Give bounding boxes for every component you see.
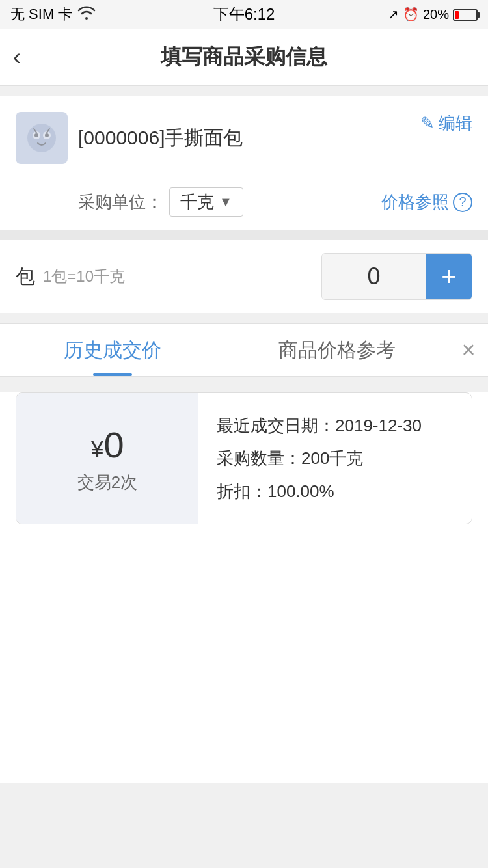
price-reference-button[interactable]: 价格参照 ? bbox=[381, 191, 472, 213]
discount-value: 100.00% bbox=[267, 481, 334, 501]
edit-label: 编辑 bbox=[439, 112, 472, 135]
svg-point-0 bbox=[27, 124, 56, 152]
trade-count: 交易2次 bbox=[77, 471, 137, 494]
status-carrier: 无 SIM 卡 bbox=[10, 5, 96, 24]
edit-icon: ✎ bbox=[420, 113, 435, 133]
divider-bar bbox=[0, 230, 488, 240]
battery-percent: 20% bbox=[423, 7, 449, 22]
quantity-display[interactable]: 0 bbox=[322, 254, 426, 299]
quantity-unit-label: 包 bbox=[16, 264, 35, 290]
page-title: 填写商品采购信息 bbox=[161, 43, 327, 72]
carrier-text: 无 SIM 卡 bbox=[10, 5, 72, 24]
status-bar: 无 SIM 卡 下午6:12 ↗ ⏰ 20% bbox=[0, 0, 488, 29]
price-ref-label: 价格参照 bbox=[381, 191, 449, 213]
back-button[interactable]: ‹ bbox=[13, 44, 21, 71]
tab-close-button[interactable]: × bbox=[449, 324, 488, 376]
battery-icon bbox=[453, 7, 478, 22]
trade-date-label: 最近成交日期： bbox=[217, 416, 335, 435]
location-icon: ↗ bbox=[388, 7, 399, 22]
history-price-panel: ¥0 交易2次 bbox=[16, 393, 198, 524]
quantity-row: 包 1包=10千克 0 + bbox=[0, 240, 488, 313]
tabs-container: 历史成交价 商品价格参考 × bbox=[0, 323, 488, 377]
svg-point-4 bbox=[45, 133, 49, 137]
quantity-left: 包 1包=10千克 bbox=[16, 264, 125, 290]
quantity-value: 200千克 bbox=[301, 448, 363, 468]
price-value: 0 bbox=[103, 424, 124, 465]
quantity-row-info: 采购数量：200千克 bbox=[217, 446, 454, 470]
tab-price-reference[interactable]: 商品价格参考 bbox=[224, 324, 449, 376]
unit-value: 千克 bbox=[180, 191, 214, 213]
product-header: [0000006]手撕面包 ✎ 编辑 bbox=[16, 112, 472, 164]
close-icon: × bbox=[461, 336, 475, 364]
nav-bar: ‹ 填写商品采购信息 bbox=[0, 29, 488, 86]
trade-date-row: 最近成交日期：2019-12-30 bbox=[217, 414, 454, 437]
product-unit-row: 采购单位： 千克 ▼ 价格参照 ? bbox=[16, 177, 472, 230]
status-right: ↗ ⏰ 20% bbox=[388, 7, 478, 22]
tab2-label: 商品价格参考 bbox=[278, 337, 396, 364]
product-left: [0000006]手撕面包 bbox=[16, 112, 243, 164]
quantity-unit-sub: 1包=10千克 bbox=[43, 266, 125, 287]
discount-label: 折扣： bbox=[217, 481, 267, 501]
currency-symbol: ¥ bbox=[90, 436, 103, 463]
discount-row: 折扣：100.00% bbox=[217, 480, 454, 503]
tab1-label: 历史成交价 bbox=[64, 337, 161, 364]
tab-active-indicator bbox=[93, 373, 132, 376]
history-info-panel: 最近成交日期：2019-12-30 采购数量：200千克 折扣：100.00% bbox=[198, 393, 472, 524]
help-icon: ? bbox=[453, 193, 472, 212]
product-name: [0000006]手撕面包 bbox=[78, 125, 243, 152]
wifi-icon bbox=[77, 5, 96, 23]
history-price-display: ¥0 bbox=[90, 424, 124, 466]
quantity-input-group: 0 + bbox=[321, 253, 472, 300]
quantity-label: 采购数量： bbox=[217, 448, 301, 468]
unit-select[interactable]: 千克 ▼ bbox=[169, 187, 243, 217]
trade-date-value: 2019-12-30 bbox=[335, 416, 422, 435]
product-card: [0000006]手撕面包 ✎ 编辑 采购单位： 千克 ▼ 价格参照 ? bbox=[0, 96, 488, 230]
edit-button[interactable]: ✎ 编辑 bbox=[420, 112, 472, 135]
tabs-row: 历史成交价 商品价格参考 × bbox=[0, 324, 488, 377]
product-image bbox=[16, 112, 68, 164]
history-card: ¥0 交易2次 最近成交日期：2019-12-30 采购数量：200千克 折扣：… bbox=[16, 392, 472, 524]
status-time: 下午6:12 bbox=[213, 4, 275, 25]
quantity-plus-button[interactable]: + bbox=[426, 254, 472, 299]
alarm-icon: ⏰ bbox=[403, 7, 419, 22]
tab-content: ¥0 交易2次 最近成交日期：2019-12-30 采购数量：200千克 折扣：… bbox=[0, 392, 488, 783]
svg-point-3 bbox=[34, 133, 38, 137]
tab-history-price[interactable]: 历史成交价 bbox=[0, 324, 224, 376]
unit-label: 采购单位： bbox=[78, 191, 163, 213]
chevron-down-icon: ▼ bbox=[219, 195, 232, 210]
